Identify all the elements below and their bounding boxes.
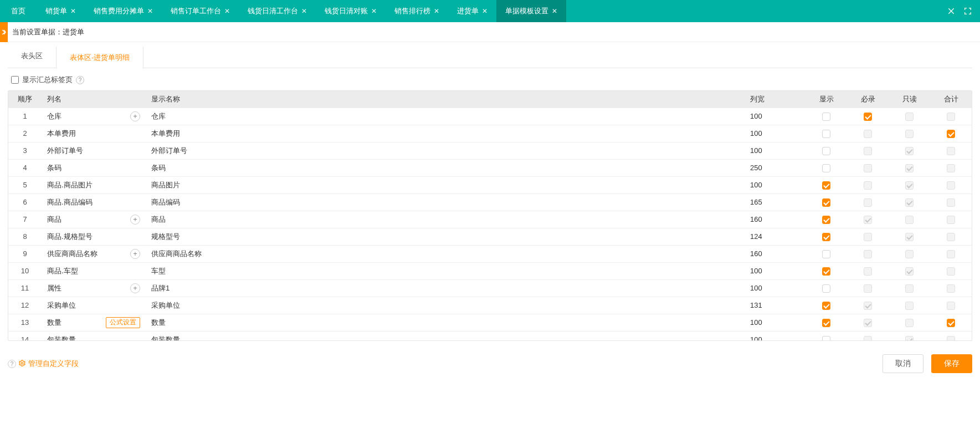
sub-tab[interactable]: 表头区: [8, 45, 56, 68]
sub-tab[interactable]: 表体区-进货单明细: [56, 46, 143, 69]
top-tab[interactable]: 销售排行榜✕: [386, 0, 448, 22]
table-row[interactable]: 5商品.商品图片商品图片100: [8, 176, 972, 193]
table-row[interactable]: 10商品.车型车型100: [8, 262, 972, 279]
cell-colname: 属性+: [42, 279, 146, 297]
top-tab[interactable]: 销售订单工作台✕: [162, 0, 239, 22]
show-checkbox[interactable]: [822, 147, 830, 155]
top-tab[interactable]: 单据模板设置✕: [496, 0, 566, 22]
cell-dispname: 商品编码: [146, 193, 745, 211]
close-icon[interactable]: ✕: [147, 7, 153, 15]
sum-checkbox[interactable]: [947, 319, 955, 327]
required-checkbox: [864, 233, 872, 241]
sum-checkbox: [947, 233, 955, 241]
cell-width: 100: [745, 331, 805, 340]
show-checkbox[interactable]: [822, 233, 830, 241]
footer-help-icon[interactable]: ?: [8, 360, 16, 368]
show-checkbox[interactable]: [822, 216, 830, 224]
top-tab[interactable]: 钱货日清对账✕: [316, 0, 386, 22]
table-row[interactable]: 2本单费用本单费用100: [8, 125, 972, 142]
formula-button[interactable]: 公式设置: [106, 317, 140, 328]
expand-chevron-icon[interactable]: [0, 22, 8, 42]
table-row[interactable]: 14包装数量包装数量100: [8, 331, 972, 340]
close-icon[interactable]: ✕: [552, 7, 557, 15]
cell-dispname: 外部订单号: [146, 142, 745, 159]
cell-width: 100: [745, 108, 805, 125]
readonly-checkbox: [905, 113, 914, 121]
sum-checkbox: [947, 284, 955, 293]
show-checkbox[interactable]: [822, 113, 830, 121]
close-icon[interactable]: ✕: [301, 7, 307, 15]
close-icon[interactable]: ✕: [371, 7, 377, 15]
readonly-checkbox: [905, 198, 914, 207]
sum-checkbox: [947, 216, 955, 224]
manage-custom-fields-link[interactable]: 管理自定义字段: [28, 359, 79, 369]
table-row[interactable]: 4条码条码250: [8, 159, 972, 176]
top-tab-label: 钱货日清工作台: [248, 6, 298, 16]
cell-width: 100: [745, 125, 805, 142]
top-tab[interactable]: 进货单✕: [448, 0, 496, 22]
save-button[interactable]: 保存: [931, 354, 972, 373]
show-checkbox[interactable]: [822, 250, 830, 258]
table-header-row: 顺序 列名 显示名称 列宽 显示 必录 只读 合计: [8, 91, 972, 108]
table-row[interactable]: 3外部订单号外部订单号100: [8, 142, 972, 159]
close-icon[interactable]: ✕: [224, 7, 230, 15]
cell-seq: 11: [8, 279, 42, 297]
show-checkbox[interactable]: [822, 336, 830, 340]
table-row[interactable]: 13数量公式设置数量100: [8, 314, 972, 331]
show-checkbox[interactable]: [822, 198, 830, 207]
sum-checkbox[interactable]: [947, 130, 955, 138]
cell-width: 160: [745, 245, 805, 262]
close-icon[interactable]: ✕: [70, 7, 76, 15]
required-checkbox[interactable]: [864, 113, 872, 121]
show-checkbox[interactable]: [822, 284, 830, 293]
show-checkbox[interactable]: [822, 181, 830, 190]
cell-colname: 条码: [42, 159, 146, 176]
required-checkbox: [864, 216, 872, 224]
table-row[interactable]: 9供应商商品名称+供应商商品名称160: [8, 245, 972, 262]
table-row[interactable]: 1仓库+仓库100: [8, 108, 972, 125]
sum-checkbox: [947, 336, 955, 340]
sum-checkbox: [947, 250, 955, 258]
cell-width: 100: [745, 176, 805, 193]
top-tab[interactable]: 销货单✕: [37, 0, 85, 22]
th-seq: 顺序: [8, 91, 42, 108]
show-checkbox[interactable]: [822, 164, 830, 172]
cell-seq: 5: [8, 176, 42, 193]
table-row[interactable]: 8商品.规格型号规格型号124: [8, 228, 972, 245]
close-panel-icon[interactable]: [947, 7, 956, 16]
top-tab[interactable]: 销售费用分摊单✕: [85, 0, 162, 22]
close-icon[interactable]: ✕: [434, 7, 439, 15]
cell-seq: 13: [8, 314, 42, 331]
show-sum-tab-checkbox[interactable]: [11, 76, 19, 84]
required-checkbox: [864, 147, 872, 155]
top-tab-label: 销售订单工作台: [171, 6, 221, 16]
cancel-button[interactable]: 取消: [882, 354, 923, 373]
close-icon[interactable]: ✕: [482, 7, 488, 15]
help-icon[interactable]: ?: [76, 76, 84, 84]
table-row[interactable]: 6商品.商品编码商品编码165: [8, 193, 972, 211]
show-checkbox[interactable]: [822, 267, 830, 276]
settings-table: 顺序 列名 显示名称 列宽 显示 必录 只读 合计 1仓库+仓库1002本单费用…: [8, 90, 972, 341]
fullscreen-icon[interactable]: [963, 7, 972, 16]
show-checkbox[interactable]: [822, 302, 830, 310]
cell-dispname: 商品: [146, 211, 745, 228]
readonly-checkbox: [905, 216, 914, 224]
required-checkbox: [864, 130, 872, 138]
sum-checkbox: [947, 147, 955, 155]
table-row[interactable]: 11属性+品牌1100: [8, 279, 972, 297]
cell-width: 250: [745, 159, 805, 176]
cell-colname: 本单费用: [42, 125, 146, 142]
table-row[interactable]: 7商品+商品160: [8, 211, 972, 228]
readonly-checkbox: [905, 181, 914, 190]
th-sum: 合计: [930, 91, 972, 108]
top-tab[interactable]: 首页: [0, 0, 37, 22]
sum-checkbox: [947, 164, 955, 172]
plus-icon[interactable]: +: [130, 111, 140, 121]
plus-icon[interactable]: +: [130, 215, 140, 225]
plus-icon[interactable]: +: [130, 249, 140, 259]
show-checkbox[interactable]: [822, 130, 830, 138]
top-tab[interactable]: 钱货日清工作台✕: [239, 0, 316, 22]
plus-icon[interactable]: +: [130, 283, 140, 293]
table-row[interactable]: 12采购单位采购单位131: [8, 297, 972, 314]
show-checkbox[interactable]: [822, 319, 830, 327]
